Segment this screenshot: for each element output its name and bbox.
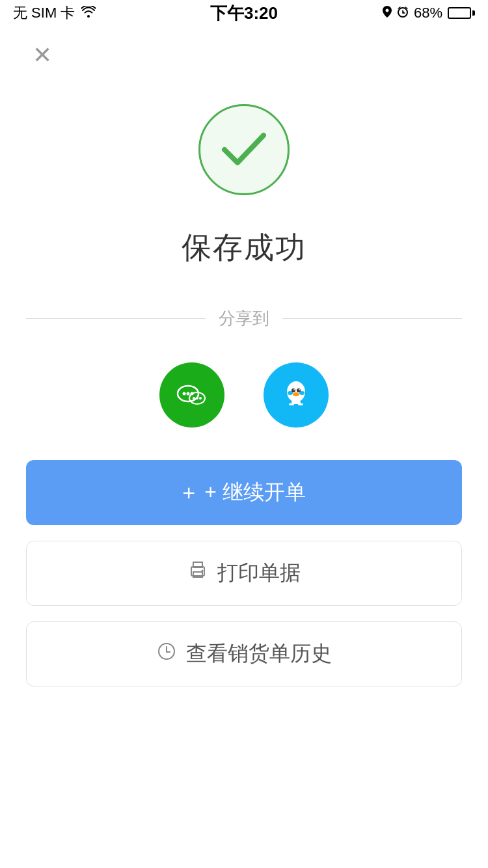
svg-point-12	[291, 388, 295, 392]
main-content: ✕ 保存成功 分享到	[0, 26, 488, 868]
print-label: 打印单据	[217, 559, 301, 588]
close-button[interactable]: ✕	[26, 39, 59, 72]
status-time: 下午3:20	[210, 2, 278, 25]
share-section: 分享到	[0, 307, 488, 427]
share-icons	[26, 362, 462, 427]
svg-rect-19	[298, 403, 303, 405]
continue-label: + 继续开单	[204, 478, 306, 507]
svg-point-6	[193, 397, 195, 400]
print-button[interactable]: 打印单据	[26, 541, 462, 606]
history-icon	[156, 641, 177, 667]
wechat-icon	[174, 377, 210, 413]
print-icon	[187, 560, 208, 586]
qq-icon	[277, 376, 315, 414]
alarm-icon	[397, 5, 409, 21]
svg-point-15	[299, 389, 300, 390]
svg-point-8	[199, 397, 202, 400]
history-button[interactable]: 查看销货单历史	[26, 621, 462, 686]
wifi-icon	[81, 5, 96, 21]
share-qq-button[interactable]	[264, 362, 329, 427]
svg-point-2	[183, 392, 186, 396]
svg-point-14	[293, 389, 295, 390]
share-divider: 分享到	[26, 307, 462, 330]
carrier-text: 无 SIM 卡	[13, 3, 75, 23]
svg-point-23	[202, 570, 204, 572]
checkmark-icon	[221, 130, 267, 169]
action-buttons: + + 继续开单 打印单据 查看销货单历史	[0, 460, 488, 686]
svg-point-13	[297, 388, 301, 392]
status-bar: 无 SIM 卡 下午3:20 68%	[0, 0, 488, 26]
svg-point-16	[293, 392, 299, 396]
svg-point-3	[187, 392, 190, 396]
history-label: 查看销货单历史	[186, 640, 332, 668]
success-title: 保存成功	[182, 228, 306, 268]
status-right: 68%	[383, 5, 475, 21]
share-label: 分享到	[219, 307, 269, 330]
status-left: 无 SIM 卡	[13, 3, 96, 23]
battery-percent: 68%	[414, 5, 442, 21]
continue-button[interactable]: + + 继续开单	[26, 460, 462, 525]
share-wechat-button[interactable]	[159, 362, 224, 427]
battery-icon	[448, 7, 475, 19]
svg-rect-18	[289, 403, 294, 405]
location-icon	[383, 5, 392, 21]
svg-point-7	[196, 397, 198, 400]
plus-icon: +	[182, 480, 195, 506]
success-icon-circle	[198, 104, 290, 195]
